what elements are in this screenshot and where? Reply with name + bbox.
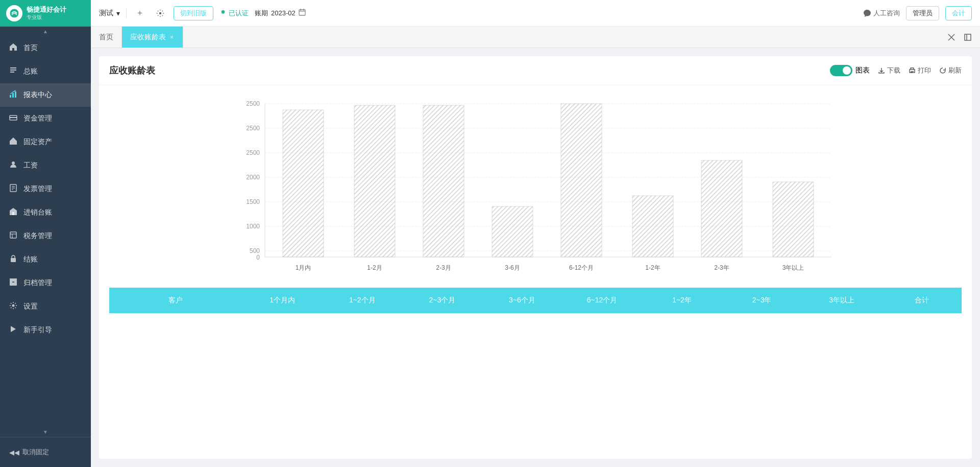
sidebar-item-ledger[interactable]: 总账	[0, 60, 91, 83]
sidebar-label-closing: 结账	[23, 255, 38, 264]
settings-icon	[9, 301, 18, 312]
capital-icon	[9, 113, 18, 124]
company-selector[interactable]: 测试 ▾	[99, 9, 120, 18]
svg-text:500: 500	[250, 247, 260, 254]
consult-label: 人工咨询	[873, 9, 900, 18]
bar-3年以上	[773, 182, 814, 257]
period-value: 2023-02	[271, 9, 296, 17]
svg-text:1-2月: 1-2月	[367, 264, 382, 271]
svg-rect-35	[965, 34, 971, 40]
chart-area: 2500 2500 2500 2000 1500 1000 500 0	[99, 85, 972, 459]
table-col-1m: 1个月内	[242, 288, 323, 313]
user-label: 管理员	[913, 9, 933, 17]
payroll-icon	[9, 160, 18, 171]
svg-text:1月内: 1月内	[296, 264, 311, 271]
content-area: 应收账龄表 图表 下载 打印	[91, 48, 980, 467]
svg-point-26	[12, 305, 15, 307]
bar-chart: 2500 2500 2500 2000 1500 1000 500 0	[109, 94, 962, 288]
bar-2-3月	[423, 105, 464, 257]
switch-old-version-button[interactable]: 切到旧版	[174, 6, 213, 20]
sidebar-item-home[interactable]: 首页	[0, 36, 91, 60]
period-info: 账期 2023-02	[255, 9, 306, 18]
reports-icon	[9, 90, 18, 100]
tab-aging[interactable]: 应收账龄表 ×	[122, 27, 183, 48]
svg-text:2-3月: 2-3月	[436, 264, 451, 271]
consult-button[interactable]: 人工咨询	[863, 9, 900, 18]
tax-icon	[9, 231, 18, 241]
bar-2-3年	[701, 160, 742, 257]
sidebar-item-guide[interactable]: 新手引导	[0, 318, 91, 342]
table-col-3-6m: 3~6个月	[482, 288, 562, 313]
svg-marker-17	[10, 208, 17, 211]
sidebar-item-capital[interactable]: 资金管理	[0, 107, 91, 130]
app-name: 畅捷通好会计	[27, 6, 66, 14]
sidebar-item-tax[interactable]: 税务管理	[0, 224, 91, 248]
chart-container: 2500 2500 2500 2000 1500 1000 500 0	[109, 94, 962, 288]
page-card: 应收账龄表 图表 下载 打印	[99, 56, 972, 459]
sidebar-item-inventory[interactable]: 进销台账	[0, 201, 91, 224]
ledger-icon	[9, 66, 18, 77]
verified-label: 已认证	[229, 9, 249, 18]
svg-text:0: 0	[256, 254, 260, 261]
calendar-icon[interactable]	[299, 9, 306, 17]
svg-rect-2	[10, 69, 16, 71]
sidebar-label-settings: 设置	[23, 302, 38, 311]
role-button[interactable]: 会计	[945, 6, 972, 20]
logo-icon	[6, 5, 22, 21]
company-name: 测试	[99, 9, 113, 18]
tab-close-icon[interactable]: ×	[169, 34, 175, 41]
tab-home[interactable]: 首页	[91, 27, 122, 48]
sidebar-label-inventory: 进销台账	[23, 208, 52, 217]
sidebar-item-archive[interactable]: 归档管理	[0, 271, 91, 295]
svg-rect-9	[10, 141, 17, 145]
svg-text:3年以上: 3年以上	[782, 264, 804, 271]
assets-icon	[9, 137, 18, 147]
svg-rect-8	[10, 117, 17, 118]
svg-text:1500: 1500	[246, 198, 260, 205]
chart-toggle-group: 图表	[830, 65, 870, 76]
chart-toggle-label: 图表	[855, 66, 870, 75]
expand-button[interactable]	[962, 31, 974, 43]
table-col-2-3y: 2~3年	[722, 288, 802, 313]
bar-3-6月	[492, 206, 533, 257]
svg-text:3-6月: 3-6月	[505, 264, 520, 271]
bar-6-12个月	[561, 104, 602, 257]
svg-marker-10	[10, 137, 17, 141]
table-col-customer: 客户	[109, 288, 242, 313]
user-button[interactable]: 管理员	[906, 6, 939, 20]
download-button[interactable]: 下载	[878, 66, 900, 75]
sidebar-label-archive: 归档管理	[23, 278, 52, 288]
home-icon	[9, 43, 18, 53]
sidebar-item-settings[interactable]: 设置	[0, 295, 91, 318]
sidebar-item-closing[interactable]: 结账	[0, 248, 91, 271]
topbar-right: 人工咨询 管理员 会计	[863, 6, 972, 20]
print-button[interactable]: 打印	[909, 66, 931, 75]
table-col-1-2y: 1~2年	[642, 288, 722, 313]
tab-aging-label: 应收账龄表	[130, 33, 166, 42]
sidebar-item-reports[interactable]: 报表中心	[0, 83, 91, 107]
close-panel-button[interactable]	[945, 31, 958, 43]
page-actions: 图表 下载 打印 刷新	[830, 65, 962, 76]
svg-text:2500: 2500	[246, 125, 260, 132]
svg-rect-4	[10, 95, 11, 98]
table-col-2-3m: 2~3个月	[402, 288, 482, 313]
switch-label: 切到旧版	[180, 9, 207, 17]
period-label: 账期	[255, 9, 268, 18]
closing-icon	[9, 254, 18, 265]
chart-toggle[interactable]	[830, 65, 852, 76]
refresh-button[interactable]: 刷新	[939, 66, 962, 75]
sidebar-item-payroll[interactable]: 工资	[0, 154, 91, 177]
main-area: 测试 ▾ ＋ 切到旧版 已认证 账期 2023-02 人工咨询	[91, 0, 980, 467]
svg-rect-19	[10, 232, 16, 238]
role-label: 会计	[952, 9, 965, 17]
cancel-fixed-btn[interactable]: ◀◀ 取消固定	[0, 442, 91, 462]
svg-text:1-2年: 1-2年	[645, 264, 660, 271]
archive-icon	[9, 278, 18, 288]
svg-text:2500: 2500	[246, 100, 260, 107]
inventory-icon	[9, 207, 18, 218]
sidebar-label-ledger: 总账	[23, 67, 38, 76]
sidebar-item-invoice[interactable]: 发票管理	[0, 177, 91, 201]
settings-gear-button[interactable]	[153, 6, 167, 20]
sidebar-item-assets[interactable]: 固定资产	[0, 130, 91, 154]
add-button[interactable]: ＋	[133, 6, 147, 20]
